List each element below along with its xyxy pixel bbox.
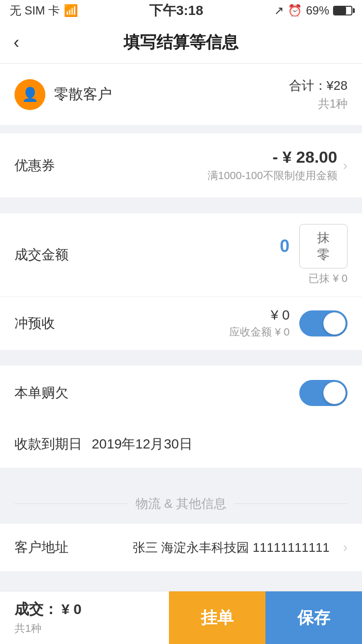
logistics-header: 物流 & 其他信息 bbox=[0, 484, 362, 524]
pre-payment-row: 冲预收 ¥ 0 应收金额 ¥ 0 bbox=[0, 297, 362, 350]
coupon-section: 优惠券 - ¥ 28.00 满1000-100不限制使用金额 › bbox=[0, 133, 362, 198]
bottom-deal-value: ¥ 0 bbox=[61, 601, 82, 617]
total-count: 共1种 bbox=[289, 96, 348, 112]
deal-amount-label: 成交金额 bbox=[14, 246, 72, 264]
address-row[interactable]: 客户地址 张三 海淀永丰科技园 11111111111 › bbox=[0, 524, 362, 571]
chevron-right-icon: › bbox=[343, 158, 348, 173]
customer-name: 零散客户 bbox=[54, 84, 112, 104]
avatar-icon: 👤 bbox=[22, 86, 39, 102]
bottom-deal-prefix: 成交： bbox=[14, 601, 58, 617]
nav-bar: ‹ 填写结算等信息 bbox=[0, 21, 362, 64]
address-label: 客户地址 bbox=[14, 538, 72, 557]
customer-left: 👤 零散客户 bbox=[14, 79, 112, 110]
toggle-knob bbox=[323, 312, 346, 335]
customer-right: 合计：¥28 共1种 bbox=[289, 77, 348, 112]
alarm-icon: ⏰ bbox=[288, 4, 302, 17]
pre-amounts: ¥ 0 应收金额 ¥ 0 bbox=[229, 308, 290, 339]
deal-right: 抹零 已抹 ¥ 0 bbox=[72, 224, 348, 286]
save-button[interactable]: 保存 bbox=[265, 591, 362, 644]
page-title: 填写结算等信息 bbox=[124, 31, 238, 54]
debt-label: 本单赒欠 bbox=[14, 384, 72, 402]
deal-amount-row: 成交金额 抹零 已抹 ¥ 0 bbox=[0, 213, 362, 297]
gap1 bbox=[0, 206, 362, 213]
status-bar: 无 SIM 卡 📶 下午3:18 ↗ ⏰ 69% bbox=[0, 0, 362, 21]
coupon-row[interactable]: 优惠券 - ¥ 28.00 满1000-100不限制使用金额 › bbox=[0, 133, 362, 198]
wifi-icon: 📶 bbox=[64, 4, 78, 17]
content: 👤 零散客户 合计：¥28 共1种 优惠券 - ¥ 28.00 满1000-10… bbox=[0, 64, 362, 637]
status-left: 无 SIM 卡 📶 bbox=[10, 3, 78, 18]
pre-payment-label: 冲预收 bbox=[14, 314, 72, 333]
already-rounded-text: 已抹 ¥ 0 bbox=[308, 271, 348, 286]
location-icon: ↗ bbox=[274, 4, 284, 17]
debt-toggle[interactable] bbox=[299, 380, 348, 406]
total-label: 合计：¥28 bbox=[289, 77, 348, 94]
avatar: 👤 bbox=[14, 79, 45, 110]
pre-sub-amount: 应收金额 ¥ 0 bbox=[229, 325, 290, 339]
coupon-discount: - ¥ 28.00 bbox=[272, 148, 337, 167]
customer-section: 👤 零散客户 合计：¥28 共1种 bbox=[0, 64, 362, 126]
carrier-text: 无 SIM 卡 bbox=[10, 3, 60, 18]
bottom-count: 共1种 bbox=[14, 621, 154, 636]
due-date-row: 收款到期日 2019年12月30日 bbox=[0, 420, 362, 468]
due-date-value: 2019年12月30日 bbox=[92, 435, 193, 453]
back-button[interactable]: ‹ bbox=[14, 32, 19, 53]
address-section: 客户地址 张三 海淀永丰科技园 11111111111 › bbox=[0, 524, 362, 571]
pre-main-amount: ¥ 0 bbox=[229, 308, 290, 323]
bottom-bar: 成交： ¥ 0 共1种 挂单 保存 bbox=[0, 591, 362, 644]
gap3 bbox=[0, 476, 362, 484]
deal-amount-input[interactable] bbox=[72, 236, 290, 256]
bottom-info: 成交： ¥ 0 共1种 bbox=[0, 600, 169, 636]
status-time: 下午3:18 bbox=[149, 1, 203, 20]
address-value: 张三 海淀永丰科技园 11111111111 bbox=[80, 539, 330, 556]
address-chevron-right-icon: › bbox=[343, 540, 348, 555]
due-date-label: 收款到期日 bbox=[14, 435, 82, 453]
customer-row: 👤 零散客户 合计：¥28 共1种 bbox=[0, 64, 362, 126]
deal-amount-section: 成交金额 抹零 已抹 ¥ 0 冲预收 ¥ 0 应收金额 ¥ 0 bbox=[0, 213, 362, 350]
logistics-header-text: 物流 & 其他信息 bbox=[136, 495, 226, 512]
pre-payment-toggle[interactable] bbox=[299, 310, 348, 336]
coupon-amounts: - ¥ 28.00 满1000-100不限制使用金额 bbox=[208, 148, 337, 183]
hold-button[interactable]: 挂单 bbox=[169, 591, 265, 644]
battery-icon bbox=[333, 6, 352, 15]
coupon-sub: 满1000-100不限制使用金额 bbox=[208, 168, 337, 183]
pre-right: ¥ 0 应收金额 ¥ 0 bbox=[229, 308, 348, 339]
battery-text: 69% bbox=[306, 4, 329, 17]
bottom-deal-label: 成交： ¥ 0 bbox=[14, 600, 154, 619]
gap2 bbox=[0, 358, 362, 365]
debt-section: 本单赒欠 收款到期日 2019年12月30日 bbox=[0, 365, 362, 468]
debt-row: 本单赒欠 bbox=[0, 365, 362, 420]
coupon-label: 优惠券 bbox=[14, 156, 72, 175]
status-right: ↗ ⏰ 69% bbox=[274, 4, 352, 17]
deal-top-row: 抹零 bbox=[72, 224, 348, 268]
debt-toggle-knob bbox=[323, 382, 346, 404]
round-button[interactable]: 抹零 bbox=[299, 224, 348, 268]
coupon-right: - ¥ 28.00 满1000-100不限制使用金额 › bbox=[208, 148, 348, 183]
